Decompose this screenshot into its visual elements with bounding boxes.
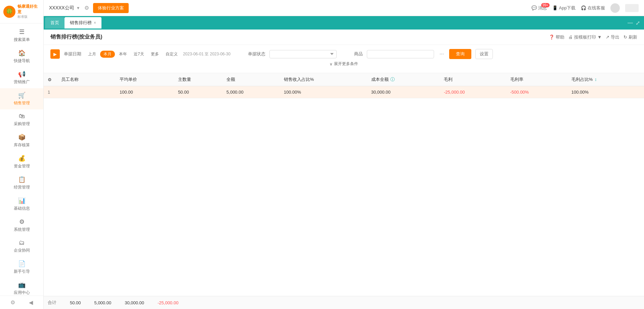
expand-more-conditions[interactable]: ∨ 展开更多条件: [330, 61, 358, 67]
logo-icon: 🍀: [3, 6, 15, 18]
footer-gross: -25,000.00: [158, 300, 178, 305]
logo-sub: 标准版: [17, 14, 40, 19]
col-amount: 全额: [222, 73, 280, 86]
cell-index: 1: [44, 86, 57, 98]
online-service-button[interactable]: 🎧 在线客服: [581, 5, 605, 11]
sidebar-item-operation[interactable]: 📋 经营管理: [0, 172, 43, 194]
trial-button[interactable]: 体验行业方案: [93, 3, 129, 13]
status-select[interactable]: [269, 50, 337, 58]
filter-row-main: ▶ 单据日期 上月 本月 本年 近7天 更多 自定义 2023-06-01 至 …: [50, 49, 637, 59]
search-menu-icon: ☰: [19, 28, 25, 36]
tab-expand-icon[interactable]: ⤢: [636, 20, 640, 26]
topbar-gear-icon[interactable]: ⚙: [84, 5, 89, 11]
query-button[interactable]: 查询: [449, 49, 471, 59]
template-print-button[interactable]: 🖨 按模板打印 ▼: [568, 34, 602, 40]
logo-area: 🍀 畅康通好生意 标准版: [0, 0, 43, 23]
sidebar-item-label: 搜索菜单: [14, 37, 30, 43]
app-icon: 📺: [18, 281, 26, 289]
company-dropdown-icon: ▼: [76, 6, 80, 10]
sidebar-item-inventory[interactable]: 📦 库存核算: [0, 130, 43, 151]
tab-sales-ranking[interactable]: 销售排行榜 ×: [65, 17, 101, 29]
tab-active-label: 销售排行榜: [70, 20, 92, 26]
cell-gross-pct: 100.00%: [567, 86, 644, 98]
col-gross-rate: 毛利率: [506, 73, 567, 86]
col-settings[interactable]: ⚙: [44, 73, 57, 86]
sidebar-nav: ☰ 搜索菜单 🏠 快捷导航 📢 营销推广 🛒 销售管理 🛍 采购管理 📦 库存核…: [0, 23, 43, 296]
sidebar-item-app[interactable]: 📺 应用中心: [0, 278, 43, 296]
date-btn-this-year[interactable]: 本年: [116, 51, 130, 58]
sidebar: 🍀 畅康通好生意 标准版 ☰ 搜索菜单 🏠 快捷导航 📢 营销推广 🛒 销售管理…: [0, 0, 44, 309]
goods-filter-input[interactable]: [367, 50, 434, 58]
sidebar-item-basic[interactable]: 📊 基础信息: [0, 194, 43, 215]
user-name-area: [625, 4, 639, 12]
collapse-icon[interactable]: ◀: [29, 299, 33, 306]
sidebar-item-sales[interactable]: 🛒 销售管理: [0, 88, 43, 109]
cost-help-icon[interactable]: ⓘ: [390, 77, 395, 82]
date-btn-this-month[interactable]: 本月: [100, 51, 115, 58]
tab-minimize-icon[interactable]: —: [628, 20, 633, 26]
filter-bar: ▶ 单据日期 上月 本月 本年 近7天 更多 自定义 2023-06-01 至 …: [44, 45, 644, 73]
table-header-row: ⚙ 员工名称 平均单价 主数量 全额 销售收入占比% 成本全额 ⓘ 毛利 毛利率: [44, 73, 644, 86]
more-options-icon[interactable]: ···: [439, 51, 444, 57]
sidebar-item-purchase[interactable]: 🛍 采购管理: [0, 109, 43, 130]
sidebar-item-marketing[interactable]: 📢 营销推广: [0, 67, 43, 88]
sidebar-item-label: 资金管理: [14, 163, 30, 169]
date-btn-last-month[interactable]: 上月: [85, 51, 99, 58]
sidebar-item-label: 采购管理: [14, 121, 30, 127]
cell-sales-pct: 100.00%: [280, 86, 367, 98]
message-button[interactable]: 💬 消息 99+: [531, 5, 547, 11]
tab-home[interactable]: 首页: [45, 17, 65, 29]
guide-icon: 📄: [18, 260, 26, 267]
refresh-button[interactable]: ↻ 刷新: [624, 34, 637, 40]
sales-icon: 🛒: [18, 92, 26, 99]
topbar-right: 💬 消息 99+ 📱 App下载 🎧 在线客服: [531, 3, 639, 13]
date-quick-buttons: 上月 本月 本年 近7天 更多 自定义 2023-06-01 至 2023-06…: [85, 51, 230, 58]
sidebar-item-label: 应用中心: [14, 290, 30, 296]
app-download-button[interactable]: 📱 App下载: [552, 5, 575, 11]
col-cost: 成本全额 ⓘ: [367, 73, 440, 86]
filter-toggle-arrow[interactable]: ▶: [50, 49, 60, 59]
marketing-icon: 📢: [18, 70, 26, 78]
gross-pct-sort-icon[interactable]: ↕: [595, 77, 597, 82]
tab-close-icon[interactable]: ×: [94, 20, 96, 25]
user-avatar[interactable]: [610, 3, 620, 13]
sidebar-item-label: 销售管理: [14, 100, 30, 106]
sidebar-item-label: 营销推广: [14, 79, 30, 85]
date-btn-7days[interactable]: 近7天: [131, 51, 147, 58]
operation-icon: 📋: [18, 176, 26, 183]
settings-bottom-icon[interactable]: ⚙: [10, 299, 15, 306]
date-btn-custom[interactable]: 自定义: [163, 51, 180, 58]
sidebar-item-search[interactable]: ☰ 搜索菜单: [0, 25, 43, 46]
sidebar-item-system[interactable]: ⚙ 系统管理: [0, 215, 43, 236]
table-footer: 合计 50.00 5,000.00 30,000.00 -25,000.00: [44, 296, 644, 309]
sidebar-item-label: 基础信息: [14, 206, 30, 211]
sidebar-item-nav[interactable]: 🏠 快捷导航: [0, 46, 43, 67]
footer-qty: 50.00: [70, 300, 81, 305]
help-button[interactable]: ❓ 帮助: [549, 34, 564, 40]
goods-filter-label: 商品: [354, 51, 363, 57]
col-gross-pct: 毛利占比% ↕: [567, 73, 644, 86]
company-selector[interactable]: XXXXX公司 ▼: [49, 5, 80, 11]
enterprise-icon: 🗂: [19, 239, 25, 246]
export-button[interactable]: ↗ 导出: [606, 34, 619, 40]
tab-bar: 首页 销售排行榜 × — ⤢: [44, 16, 644, 30]
sidebar-item-finance[interactable]: 💰 资金管理: [0, 151, 43, 172]
tab-home-label: 首页: [50, 20, 59, 26]
home-icon: 🏠: [18, 49, 26, 57]
sidebar-item-label: 系统管理: [14, 227, 30, 233]
ranking-table: ⚙ 员工名称 平均单价 主数量 全额 销售收入占比% 成本全额 ⓘ 毛利 毛利率: [44, 73, 644, 98]
col-avg-price: 平均单价: [116, 73, 174, 86]
sidebar-item-label: 新手引导: [14, 269, 30, 274]
table-row: 1 100.00 50.00 5,000.00 100.00% 30,000.0…: [44, 86, 644, 98]
cell-gross-rate: -500.00%: [506, 86, 567, 98]
sidebar-bottom: ⚙ ◀: [0, 296, 43, 309]
export-icon: ↗: [606, 35, 609, 40]
sidebar-item-guide[interactable]: 📄 新手引导: [0, 257, 43, 278]
setting-button[interactable]: 设置: [475, 49, 493, 59]
phone-icon: 📱: [552, 5, 558, 10]
date-btn-more[interactable]: 更多: [148, 51, 162, 58]
inventory-icon: 📦: [18, 134, 26, 141]
sidebar-item-enterprise[interactable]: 🗂 企业协同: [0, 236, 43, 257]
logo-text: 畅康通好生意: [17, 4, 40, 14]
page-body: 销售排行榜(按业务员) ❓ 帮助 🖨 按模板打印 ▼ ↗ 导出 ↻ 刷新: [44, 30, 644, 309]
